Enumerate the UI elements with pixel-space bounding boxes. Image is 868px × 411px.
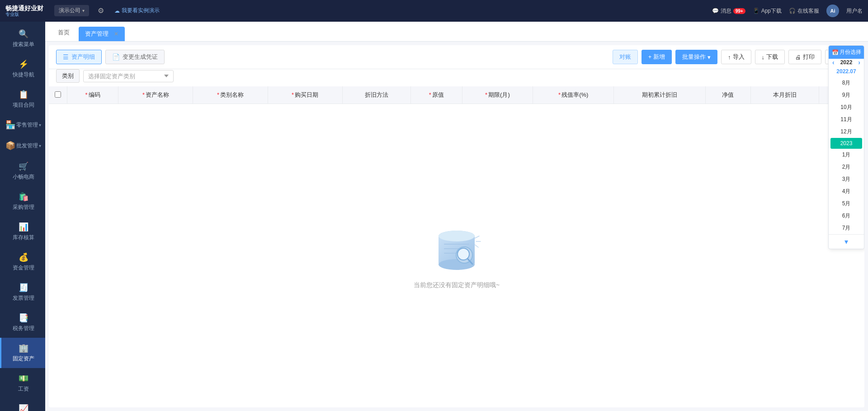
sidebar-item-retail-mgmt[interactable]: 🏪 零售管理 ▾: [0, 114, 45, 135]
app-download-button[interactable]: 📱 App下载: [753, 7, 782, 15]
sidebar-item-tax-mgmt[interactable]: 📑 税务管理: [0, 307, 45, 338]
message-icon: 💬: [712, 8, 719, 14]
month-item-3[interactable]: 3月: [829, 173, 864, 185]
avatar[interactable]: Ai: [826, 5, 839, 17]
month-item-1[interactable]: 1月: [829, 149, 864, 161]
batch-ops-label: 批量操作: [682, 53, 706, 61]
import-button[interactable]: ↑ 导入: [721, 50, 751, 64]
online-service-label: 在线客服: [797, 7, 819, 15]
chart-icon: 📊: [19, 222, 28, 232]
prev-year-button[interactable]: ‹: [832, 59, 835, 66]
sidebar-item-label: 零售管理: [16, 121, 38, 129]
sidebar-item-payroll[interactable]: 💵 工资: [0, 368, 45, 398]
print-label: 打印: [803, 53, 815, 61]
document-icon: 📑: [19, 313, 28, 323]
download-label: 下载: [766, 53, 778, 61]
box-icon: 📦: [5, 141, 15, 151]
tab-close-icon[interactable]: ✕: [114, 31, 118, 37]
online-service-button[interactable]: 🎧 在线客服: [789, 7, 819, 15]
sidebar-item-ecommerce[interactable]: 🛒 小畅电商: [0, 156, 45, 186]
cloud-icon: ☁: [114, 8, 120, 14]
month-item-2[interactable]: 2月: [829, 161, 864, 173]
tab-asset-mgmt-label: 资产管理: [85, 30, 108, 38]
next-year-button[interactable]: ›: [858, 59, 860, 66]
company-selector[interactable]: 演示公司 ▾: [54, 5, 89, 16]
building-icon: 🏢: [19, 343, 28, 353]
category-select[interactable]: 选择固定资产类别: [83, 70, 174, 82]
col-asset-name: *资产名称: [118, 86, 193, 104]
sidebar-item-label: 库存核算: [13, 234, 34, 241]
headset-icon: 🎧: [789, 8, 796, 14]
search-icon: 🔍: [19, 29, 28, 39]
print-button[interactable]: 🖨 打印: [788, 50, 821, 64]
col-residual-rate: *残值率(%): [533, 86, 614, 104]
calendar-icon: 📅: [832, 49, 839, 56]
month-item-5[interactable]: 5月: [829, 198, 864, 210]
svg-point-3: [439, 231, 475, 241]
sub-tab-asset-detail-label: 资产明细: [71, 53, 95, 61]
reconcile-button[interactable]: 对账: [613, 50, 638, 64]
sidebar-item-label: 工资: [18, 385, 29, 393]
asset-table: *编码 *资产名称 *类别名称 *购买日期 折旧方法 *原值 *期限(月) *残…: [49, 86, 864, 104]
top-bar-left: 畅捷通好业财 专业版 演示公司 ▾ ⚙ ☁ 我要看实例演示: [5, 5, 160, 18]
chevron-down-icon: ▾: [82, 8, 85, 13]
user-name: 用户名: [846, 7, 863, 15]
month-nav: ‹ 2022 ›: [829, 59, 864, 66]
month-item-11[interactable]: 11月: [829, 113, 864, 126]
download-button[interactable]: ↓ 下载: [755, 50, 785, 64]
sidebar-item-quick-nav[interactable]: ⚡ 快捷导航: [0, 54, 45, 84]
month-panel-header: 📅 月份选择: [829, 46, 864, 59]
sidebar-item-finance-mgmt[interactable]: 💰 资金管理: [0, 247, 45, 277]
sidebar-item-search[interactable]: 🔍 搜索菜单: [0, 24, 45, 54]
month-item-6[interactable]: 6月: [829, 210, 864, 222]
month-item-7-2023[interactable]: 7月: [829, 222, 864, 234]
settings-icon[interactable]: ⚙: [94, 5, 107, 17]
svg-line-10: [475, 236, 479, 238]
empty-illustration: [427, 222, 486, 281]
sidebar: 🔍 搜索菜单 ⚡ 快捷导航 📋 项目合同 🏪 零售管理 ▾ 📦 批发管理 ▾ 🛒…: [0, 22, 45, 411]
col-category-name: *类别名称: [193, 86, 268, 104]
col-depreciation-method: 折旧方法: [342, 86, 410, 104]
month-item-9[interactable]: 9月: [829, 89, 864, 101]
empty-state: 当前您还没有固定资产明细哦~: [49, 104, 864, 407]
new-button[interactable]: + 新增: [642, 50, 672, 64]
page-content: ☰ 资产明细 📄 变更生成凭证 对账 + 新增 批量操作: [49, 45, 864, 407]
sub-tab-bar: ☰ 资产明细 📄 变更生成凭证 对账 + 新增 批量操作: [49, 45, 864, 69]
month-item-4[interactable]: 4月: [829, 185, 864, 198]
tab-home[interactable]: 首页: [51, 25, 77, 41]
category-label[interactable]: 类别: [56, 69, 80, 83]
sidebar-item-operations-mgmt[interactable]: 📈 经营管理: [0, 398, 45, 411]
sidebar-item-wholesale-mgmt[interactable]: 📦 批发管理 ▾: [0, 135, 45, 156]
app-logo: 畅捷通好业财 专业版: [5, 5, 43, 18]
sub-tab-change-voucher[interactable]: 📄 变更生成凭证: [105, 50, 165, 64]
sidebar-item-invoice-mgmt[interactable]: 🧾 发票管理: [0, 277, 45, 307]
batch-ops-button[interactable]: 批量操作 ▾: [675, 50, 717, 64]
tab-asset-mgmt[interactable]: 资产管理 ✕: [79, 27, 125, 41]
select-all-checkbox[interactable]: [55, 91, 61, 98]
sidebar-item-inventory[interactable]: 📊 库存核算: [0, 217, 45, 247]
download-icon: 📱: [753, 8, 760, 14]
chevron-down-icon: ▾: [708, 54, 711, 61]
month-item-8[interactable]: 8月: [829, 77, 864, 89]
avatar-text: Ai: [830, 8, 835, 14]
month-item-10[interactable]: 10月: [829, 101, 864, 113]
sub-tab-asset-detail[interactable]: ☰ 资产明细: [56, 50, 102, 64]
salary-icon: 💵: [19, 373, 28, 383]
sidebar-item-purchase-mgmt[interactable]: 🛍️ 采购管理: [0, 186, 45, 217]
message-button[interactable]: 💬 消息 99+: [712, 7, 745, 15]
example-link[interactable]: ☁ 我要看实例演示: [114, 7, 160, 14]
panel-collapse-button[interactable]: ▾: [844, 237, 848, 246]
category-label-text: 类别: [62, 72, 74, 80]
company-name: 演示公司: [59, 7, 80, 14]
sidebar-item-project-contract[interactable]: 📋 项目合同: [0, 84, 45, 114]
month-item-12[interactable]: 12月: [829, 126, 864, 138]
year-marker-2023: 2023: [830, 138, 862, 149]
sub-tab-change-voucher-label: 变更生成凭证: [123, 53, 158, 61]
sidebar-item-fixed-assets[interactable]: 🏢 固定资产: [0, 338, 45, 368]
sidebar-item-label: 搜索菜单: [13, 41, 34, 48]
app-name: 畅捷通好业财: [5, 5, 43, 12]
col-net-value: 净值: [705, 86, 750, 104]
month-item-2022-07[interactable]: 2022.07: [829, 66, 864, 77]
category-filter: 类别 选择固定资产类别: [49, 69, 864, 86]
sidebar-item-label: 批发管理: [16, 142, 38, 150]
